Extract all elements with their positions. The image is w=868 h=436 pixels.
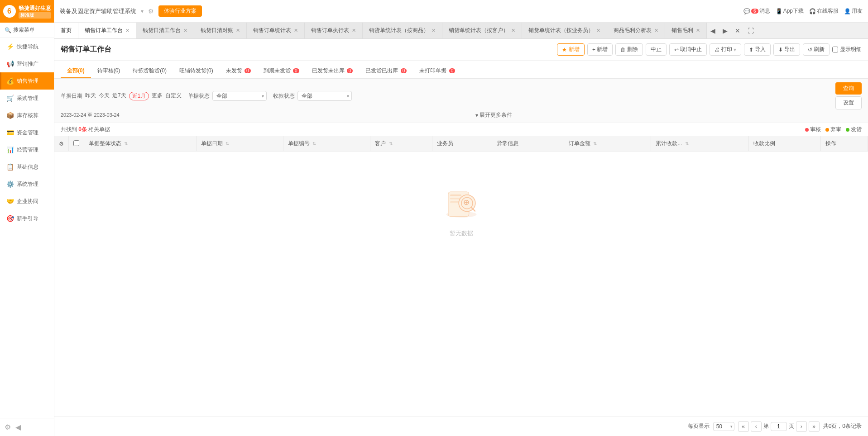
date-link-more[interactable]: 更多: [152, 92, 163, 100]
gear-icon[interactable]: ⚙: [148, 8, 154, 15]
col-checkbox[interactable]: [69, 136, 84, 152]
tab-home[interactable]: 首页: [54, 23, 78, 39]
user-action[interactable]: 👤 用友: [844, 7, 863, 15]
sidebar-item-quick-nav[interactable]: ⚡快捷导航: [0, 38, 54, 55]
sidebar-item-finance[interactable]: 💳资金管理: [0, 124, 54, 141]
sidebar-item-inventory[interactable]: 📦库存核算: [0, 107, 54, 124]
message-label: 消息: [759, 7, 770, 15]
tab-prev-btn[interactable]: ◀: [707, 27, 719, 34]
sidebar-item-base[interactable]: 📋基础信息: [0, 158, 54, 175]
sidebar-item-system[interactable]: ⚙️系统管理: [0, 175, 54, 193]
show-detail-checkbox[interactable]: 显示明细: [832, 46, 862, 53]
date-link-custom[interactable]: 自定义: [165, 92, 182, 100]
tab-sales-summary-customer[interactable]: 销货单统计表（按客户） ✕: [442, 23, 522, 39]
sort-collected-icon[interactable]: ⇅: [685, 141, 689, 146]
add-btn[interactable]: + 新增: [587, 43, 613, 56]
sidebar-item-operations[interactable]: 📊经营管理: [0, 141, 54, 158]
subtab-overdue-ship[interactable]: 到期未发货 0: [257, 64, 306, 78]
tab-cash-reconcile[interactable]: 钱货日清对账 ✕: [194, 23, 247, 39]
subtab-all[interactable]: 全部(0): [61, 64, 91, 78]
sort-amount-icon[interactable]: ⇅: [593, 141, 597, 146]
page-first-btn[interactable]: «: [738, 421, 749, 432]
page-size-label: 每页显示: [688, 422, 710, 430]
subtab-shipped-not-out[interactable]: 已发货未出库 0: [306, 64, 360, 78]
print-btn[interactable]: 🖨 打印 ▾: [710, 43, 741, 56]
tab-close-sales-exec[interactable]: ✕: [352, 28, 356, 33]
tab-close-sales-stats[interactable]: ✕: [294, 28, 298, 33]
sidebar-item-sales[interactable]: 💰销售管理: [0, 72, 54, 90]
subtab-not-printed[interactable]: 未打印单据 0: [413, 64, 461, 78]
app-download-action[interactable]: 📱 App下载: [776, 7, 804, 15]
sidebar-item-purchase[interactable]: 🛒采购管理: [0, 90, 54, 107]
tab-close-cash-reconcile[interactable]: ✕: [236, 28, 240, 33]
industry-btn[interactable]: 体验行业方案: [158, 5, 202, 17]
tab-sales-summary-staff[interactable]: 销货单统计表（按业务员） ✕: [522, 23, 607, 39]
sort-customer-icon[interactable]: ⇅: [389, 141, 393, 146]
expand-conditions-btn[interactable]: ▾ 展开更多条件: [475, 111, 512, 119]
import-btn[interactable]: ⬆ 导入: [744, 43, 771, 56]
tab-cash-daily[interactable]: 钱货日清工作台 ✕: [136, 23, 194, 39]
tab-close-sales-workbench[interactable]: ✕: [125, 28, 129, 33]
sort-date-icon[interactable]: ⇅: [225, 141, 229, 146]
tab-sales-profit[interactable]: 销售毛利 ✕: [665, 23, 707, 39]
page-last-btn[interactable]: »: [809, 421, 820, 432]
date-link-yesterday[interactable]: 昨天: [85, 92, 96, 100]
page-prev-btn[interactable]: ‹: [751, 421, 762, 432]
col-settings[interactable]: ⚙: [54, 136, 69, 152]
smart-btn[interactable]: ★ 新增: [557, 43, 585, 56]
tab-close-summary-product[interactable]: ✕: [432, 28, 436, 33]
sidebar-item-enterprise[interactable]: 🤝企业协同: [0, 193, 54, 210]
settings-icon[interactable]: ⚙: [5, 423, 11, 431]
show-detail-input[interactable]: [832, 47, 838, 52]
collapse-icon[interactable]: ◀: [15, 423, 21, 431]
tab-next-btn[interactable]: ▶: [719, 27, 731, 34]
page-num-input[interactable]: [771, 422, 787, 431]
subtab-shipped-out[interactable]: 已发货已出库 0: [359, 64, 413, 78]
summary-text: 共找到 0条 相关单据: [61, 126, 110, 133]
payment-select[interactable]: 全部: [297, 91, 352, 101]
tab-close-product-margin[interactable]: ✕: [654, 28, 658, 33]
page-size-select[interactable]: 50 100 200: [713, 422, 734, 431]
tab-close-cash-daily[interactable]: ✕: [183, 28, 187, 33]
query-btn[interactable]: 查询: [835, 82, 862, 95]
search-menu[interactable]: 🔍 搜索菜单: [0, 23, 54, 38]
sort-number-icon[interactable]: ⇅: [312, 141, 316, 146]
audit-action[interactable]: 审核: [805, 126, 821, 133]
tab-fullscreen-btn[interactable]: ⛶: [744, 27, 758, 34]
dropdown-arrow[interactable]: ▾: [141, 8, 144, 14]
tab-close-sales-profit[interactable]: ✕: [696, 28, 700, 33]
date-link-7days[interactable]: 近7天: [112, 92, 126, 100]
date-link-1month[interactable]: 近1月: [129, 92, 149, 100]
tab-sales-workbench[interactable]: 销售订单工作台 ✕: [78, 23, 136, 39]
subtab-not-shipped[interactable]: 未发货 0: [220, 64, 257, 78]
date-link-today[interactable]: 今天: [99, 92, 110, 100]
cancel-audit-action[interactable]: 弃审: [825, 126, 841, 133]
stop-btn[interactable]: 中止: [646, 43, 667, 56]
tab-close-summary-staff[interactable]: ✕: [596, 28, 600, 33]
tab-sales-stats[interactable]: 销售订单统计表 ✕: [247, 23, 305, 39]
sidebar-item-guide[interactable]: 🎯新手引导: [0, 210, 54, 227]
subtab-wangpu-ship[interactable]: 旺铺待发货(0): [173, 64, 220, 78]
delete-btn[interactable]: 🗑 删除: [615, 43, 643, 56]
tab-product-margin[interactable]: 商品毛利分析表 ✕: [607, 23, 665, 39]
sort-status-icon[interactable]: ⇅: [124, 141, 128, 146]
setting-btn[interactable]: 设置: [835, 96, 862, 109]
tab-close-all-btn[interactable]: ✕: [731, 27, 744, 34]
message-action[interactable]: 💬 6 消息: [743, 7, 770, 15]
user-name-label: 用友: [852, 7, 863, 15]
export-btn[interactable]: ⬇ 导出: [773, 43, 800, 56]
tab-sales-exec[interactable]: 销售订单执行表 ✕: [305, 23, 363, 39]
tab-sales-summary-product[interactable]: 销货单统计表（按商品） ✕: [363, 23, 442, 39]
cancel-stop-btn[interactable]: ↩ 取消中止: [669, 43, 707, 56]
online-service-action[interactable]: 🎧 在线客服: [809, 7, 839, 15]
page-suffix: 页: [789, 422, 794, 430]
ship-action[interactable]: 发货: [846, 126, 862, 133]
subtab-pending-inspect[interactable]: 待拣货验货(0): [126, 64, 173, 78]
refresh-btn[interactable]: ↺ 刷新: [803, 43, 830, 56]
select-all-checkbox[interactable]: [73, 140, 79, 146]
tab-close-summary-customer[interactable]: ✕: [511, 28, 515, 33]
subtab-pending-audit[interactable]: 待审核(0): [91, 64, 127, 78]
status-select[interactable]: 全部: [212, 91, 267, 101]
sidebar-item-marketing[interactable]: 📢营销推广: [0, 55, 54, 72]
page-next-btn[interactable]: ›: [796, 421, 807, 432]
